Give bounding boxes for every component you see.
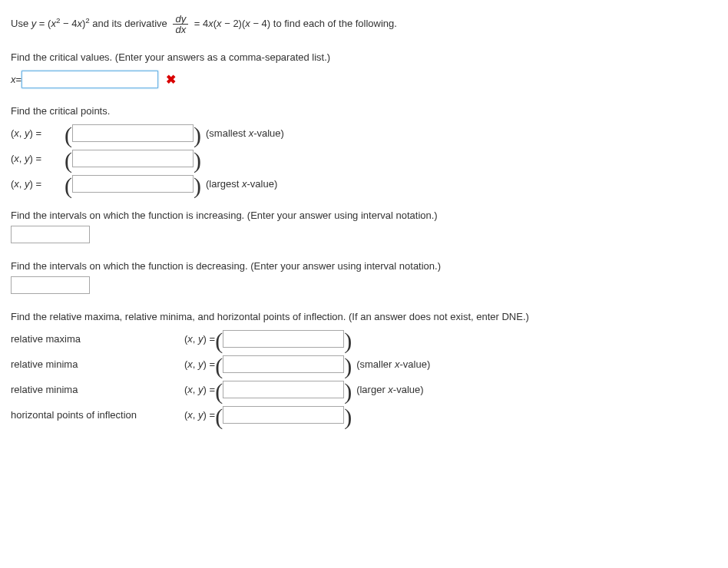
increasing-input[interactable] (11, 226, 90, 243)
relmin-label: relative minima (11, 384, 184, 395)
xy-label: (x, y) = (184, 384, 215, 395)
xy-label: (x, y) = (184, 358, 215, 370)
critical-points-title: Find the critical points. (11, 105, 717, 117)
decreasing-input[interactable] (11, 276, 90, 294)
incorrect-icon: ✖ (166, 72, 176, 87)
eq-label: = (16, 74, 22, 85)
problem-statement: Use y = (x2 − 4x)2 and its derivative dy… (11, 14, 717, 35)
smaller-note: (smaller x-value) (356, 358, 430, 370)
critical-point-2-input[interactable] (72, 150, 194, 167)
relmax-label: relative maxima (11, 333, 184, 345)
largest-note: (largest x-value) (206, 178, 277, 190)
relmax-input[interactable] (223, 330, 344, 348)
xy-label: (x, y) = (11, 127, 65, 139)
horiz-label: horizontal points of inflection (11, 409, 184, 421)
xy-label: (x, y) = (11, 153, 65, 164)
xy-label: (x, y) = (184, 333, 215, 345)
relmin-label: relative minima (11, 358, 184, 370)
decreasing-title: Find the intervals on which the function… (11, 260, 717, 272)
critical-point-1-input[interactable] (72, 124, 194, 142)
increasing-title: Find the intervals on which the function… (11, 210, 717, 221)
relmin-2-input[interactable] (223, 381, 344, 398)
smallest-note: (smallest x-value) (206, 127, 284, 139)
critical-values-title: Find the critical values. (Enter your an… (11, 51, 717, 63)
critical-point-3-input[interactable] (72, 175, 194, 193)
extrema-title: Find the relative maxima, relative minim… (11, 311, 717, 322)
xy-label: (x, y) = (11, 178, 65, 190)
relmin-1-input[interactable] (223, 355, 344, 373)
critical-values-input[interactable] (22, 71, 158, 88)
horiz-input[interactable] (223, 406, 344, 424)
larger-note: (larger x-value) (356, 384, 423, 395)
xy-label: (x, y) = (184, 409, 215, 421)
